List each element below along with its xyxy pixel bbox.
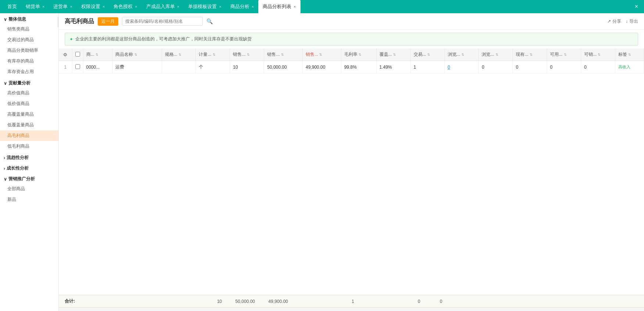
sort-icon-4: ⇅ <box>213 53 216 57</box>
col-browse1[interactable]: 浏览... ⇅ <box>445 48 479 61</box>
close-tab-6[interactable]: × <box>219 4 221 9</box>
settings-icon[interactable]: ⚙ <box>63 52 67 57</box>
close-tab-4[interactable]: × <box>135 4 137 9</box>
tab-sales-order[interactable]: 销货单 × <box>21 0 49 13</box>
sidebar-item-low-value[interactable]: 低价值商品 <box>0 98 58 109</box>
footer-sale-amount: 50,000.00 <box>222 299 255 304</box>
sort-icon-7: ⇅ <box>319 53 322 57</box>
col-name[interactable]: 商品名称 ⇅ <box>112 48 162 61</box>
close-tab-5[interactable]: × <box>177 4 179 9</box>
tab-permission[interactable]: 权限设置 × <box>77 0 109 13</box>
row-coverage: 1.49% <box>376 61 410 73</box>
sidebar-item-high-margin[interactable]: 高毛利商品 <box>0 130 58 141</box>
sidebar-group-overall[interactable]: ∨ 整体信息 <box>0 13 58 24</box>
tab-template[interactable]: 单据模板设置 × <box>184 0 226 13</box>
sidebar-item-traded-goods[interactable]: 交易过的商品 <box>0 35 58 45</box>
search-input[interactable] <box>122 17 203 26</box>
tab-production[interactable]: 产成品入库单 × <box>142 0 184 13</box>
content-area: 高毛利商品 近一月 🔍 ↗ 分享 ↓ 导出 ✦ 企业的主要的利润都是这部分商品创… <box>59 13 644 311</box>
row-select-checkbox[interactable] <box>75 64 80 69</box>
horizontal-scrollbar[interactable] <box>59 307 644 311</box>
table-footer: 合计: 10 50,000.00 49,900.00 1 0 0 <box>59 295 644 307</box>
select-all-checkbox[interactable] <box>75 52 80 57</box>
col-browse2[interactable]: 浏览... ⇅ <box>479 48 513 61</box>
tab-home[interactable]: 首页 <box>3 0 21 13</box>
col-available[interactable]: 可用... ⇅ <box>547 48 581 61</box>
col-code[interactable]: 商... ⇅ <box>83 48 112 61</box>
sidebar-item-category-rate[interactable]: 商品分类助销率 <box>0 45 58 56</box>
col-settings[interactable]: ⚙ <box>59 48 72 61</box>
col-tag[interactable]: 标签 ⇅ <box>615 48 644 61</box>
sidebar-item-high-value[interactable]: 高价值商品 <box>0 88 58 98</box>
sidebar-item-all-goods[interactable]: 全部商品 <box>0 184 58 194</box>
row-name: 运费 <box>112 61 162 73</box>
footer-current-stock: 0 <box>398 299 420 304</box>
sidebar-item-inventory-fund[interactable]: 库存资金占用 <box>0 66 58 77</box>
sort-icon-10: ⇅ <box>427 53 430 57</box>
sort-icon-5: ⇅ <box>247 53 250 57</box>
tab-role[interactable]: 角色授权 × <box>109 0 141 13</box>
close-tab-2[interactable]: × <box>70 4 72 9</box>
tab-purchase[interactable]: 进货单 × <box>49 0 76 13</box>
sidebar-item-high-coverage[interactable]: 高覆盖量商品 <box>0 109 58 120</box>
row-tag: 高收入 <box>615 61 644 73</box>
search-button[interactable]: 🔍 <box>206 18 213 24</box>
col-trade[interactable]: 交易... ⇅ <box>410 48 445 61</box>
row-spec <box>162 61 196 73</box>
sidebar: « ∨ 整体信息 销售类商品 交易过的商品 商品分类助销率 有库存的商品 库存资… <box>0 13 59 311</box>
sort-icon-9: ⇅ <box>393 53 396 57</box>
col-spec[interactable]: 规格... ⇅ <box>162 48 196 61</box>
col-sale-profit[interactable]: 销售... ⇅ <box>303 48 341 61</box>
export-button[interactable]: ↓ 导出 <box>626 18 638 25</box>
row-browse1[interactable]: 0 <box>445 61 479 73</box>
sidebar-group-trend[interactable]: › 流趋性分析 <box>0 152 58 162</box>
sidebar-group-contribution[interactable]: ∨ 贡献量分析 <box>0 77 58 88</box>
footer-gross-margin <box>288 299 310 304</box>
close-tab-7[interactable]: × <box>252 4 254 9</box>
page-title: 高毛利商品 <box>65 18 94 25</box>
sidebar-item-new-goods[interactable]: 新品 <box>0 194 58 205</box>
footer-available: 0 <box>420 299 442 304</box>
sort-icon-15: ⇅ <box>598 53 601 57</box>
col-sellable[interactable]: 可销... ⇅ <box>581 48 615 61</box>
sidebar-collapse-button[interactable]: « <box>58 17 59 27</box>
close-tab-1[interactable]: × <box>42 4 44 9</box>
sidebar-item-low-coverage[interactable]: 低覆盖量商品 <box>0 120 58 130</box>
share-button[interactable]: ↗ 分享 <box>607 18 621 25</box>
close-tab-8[interactable]: × <box>294 4 296 9</box>
sort-icon-6: ⇅ <box>281 53 284 57</box>
col-sale-qty[interactable]: 销售... ⇅ <box>230 48 264 61</box>
chevron-right-icon-2: › <box>4 166 5 171</box>
row-current-stock: 0 <box>513 61 547 73</box>
col-gross-margin[interactable]: 毛利率 ⇅ <box>341 48 376 61</box>
sidebar-item-sales-goods[interactable]: 销售类商品 <box>0 24 58 35</box>
sidebar-group-growth[interactable]: › 成长性分析 <box>0 162 58 173</box>
row-sale-qty: 10 <box>230 61 264 73</box>
col-sale-amount[interactable]: 销售... ⇅ <box>264 48 303 61</box>
sidebar-item-low-margin[interactable]: 低毛利商品 <box>0 141 58 152</box>
filter-recent-month-button[interactable]: 近一月 <box>98 17 118 26</box>
sidebar-group-marketing[interactable]: ∨ 营销推广分析 <box>0 173 58 184</box>
tab-analysis[interactable]: 商品分析 × <box>226 0 258 13</box>
col-unit[interactable]: 计量... ⇅ <box>196 48 230 61</box>
table-row: 1 0000... 运费 个 10 50,000.00 49,900.00 99… <box>59 61 644 73</box>
row-checkbox[interactable] <box>72 61 83 73</box>
close-tab-3[interactable]: × <box>102 4 105 9</box>
sort-icon-8: ⇅ <box>359 53 361 57</box>
chevron-down-icon-3: ∨ <box>4 177 7 182</box>
col-current-stock[interactable]: 现有... ⇅ <box>513 48 547 61</box>
tab-analysis-list[interactable]: 商品分析列表 × <box>258 0 300 13</box>
close-window-button[interactable]: × <box>632 3 641 10</box>
row-code: 0000... <box>83 61 112 73</box>
col-coverage[interactable]: 覆盖... ⇅ <box>376 48 410 61</box>
data-table-container[interactable]: ⚙ 商... ⇅ 商品名称 ⇅ <box>59 48 644 295</box>
sidebar-item-in-stock[interactable]: 有库存的商品 <box>0 56 58 66</box>
col-checkbox[interactable] <box>72 48 83 61</box>
info-bar: ✦ 企业的主要的利润都是这部分商品创造的，可考虑加大推广，同时关注库存是不要出现… <box>65 33 638 46</box>
info-icon: ✦ <box>69 37 73 42</box>
sort-icon-3: ⇅ <box>179 53 181 57</box>
chevron-down-icon-2: ∨ <box>4 81 7 86</box>
row-sale-amount: 50,000.00 <box>264 61 303 73</box>
sort-icon-12: ⇅ <box>496 53 499 57</box>
export-icon: ↓ <box>626 19 628 24</box>
